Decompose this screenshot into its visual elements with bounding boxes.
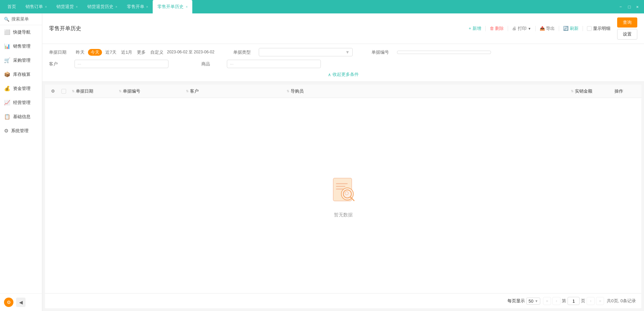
gear-button[interactable]: ⚙ bbox=[4, 298, 13, 307]
filter-area: 单据日期 昨天 今天 近7天 近1月 更多 自定义 2023-06-02 至 2… bbox=[42, 44, 644, 82]
last-page-button[interactable]: » bbox=[596, 297, 604, 305]
first-page-button[interactable]: « bbox=[543, 297, 551, 305]
divider bbox=[508, 26, 508, 31]
page-nav: « ‹ 第 页 › » bbox=[543, 297, 604, 305]
empty-illustration bbox=[327, 173, 360, 207]
col-header-customer[interactable]: ⇅ 客户 bbox=[183, 88, 284, 94]
close-icon[interactable]: × bbox=[115, 5, 117, 9]
customer-input[interactable]: ··· bbox=[75, 60, 168, 68]
col-header-amount[interactable]: ⇅ 实销金额 bbox=[568, 88, 612, 94]
tab-home[interactable]: 首页 bbox=[3, 0, 21, 13]
close-button[interactable]: × bbox=[636, 4, 639, 9]
col-header-salesperson[interactable]: ⇅ 导购员 bbox=[284, 88, 334, 94]
add-button[interactable]: + 新增 bbox=[468, 25, 481, 32]
show-detail-checkbox[interactable]: 显示明细 bbox=[587, 25, 610, 32]
next-page-button[interactable]: › bbox=[587, 297, 595, 305]
tab-sales-order[interactable]: 销售订单 × bbox=[21, 0, 52, 13]
sidebar-item-system[interactable]: ⚙ 系统管理 bbox=[0, 124, 42, 138]
type-label: 单据类型 bbox=[233, 49, 253, 55]
sidebar-item-purchase[interactable]: 🛒 采购管理 bbox=[0, 53, 42, 67]
sidebar-item-finance[interactable]: 💰 资金管理 bbox=[0, 82, 42, 96]
inventory-icon: 📦 bbox=[4, 71, 10, 77]
empty-text: 暂无数据 bbox=[334, 212, 353, 218]
per-page-label: 每页显示 bbox=[507, 298, 525, 304]
minimize-button[interactable]: － bbox=[618, 4, 623, 10]
sidebar-item-inventory[interactable]: 📦 库存核算 bbox=[0, 67, 42, 82]
shortcut-1month[interactable]: 近1月 bbox=[120, 49, 134, 56]
collapse-sidebar-button[interactable]: ◀ bbox=[16, 298, 26, 307]
svg-rect-2 bbox=[336, 186, 345, 187]
divider bbox=[583, 26, 583, 31]
customer-placeholder: ··· bbox=[78, 61, 81, 66]
goods-input[interactable]: ··· bbox=[227, 60, 321, 68]
close-icon[interactable]: × bbox=[186, 5, 188, 9]
sidebar-search[interactable]: 🔍 搜索菜单 bbox=[0, 13, 42, 25]
home-icon: ⬜ bbox=[4, 29, 10, 35]
col-header-date[interactable]: ⇅ 单据日期 bbox=[69, 88, 116, 94]
col-header-number[interactable]: ⇅ 单据编号 bbox=[116, 88, 183, 94]
sort-icon: ⇅ bbox=[186, 89, 189, 93]
shortcut-yesterday[interactable]: 昨天 bbox=[75, 49, 86, 56]
select-all-checkbox[interactable] bbox=[58, 89, 69, 94]
sidebar-bottom: ⚙ ◀ bbox=[0, 293, 42, 311]
table-area: ⚙ ⇅ 单据日期 ⇅ 单据编号 ⇅ 客户 ⇅ 导购员 bbox=[45, 85, 641, 308]
shortcut-today[interactable]: 今天 bbox=[88, 49, 102, 56]
chevron-up-icon: ∧ bbox=[328, 72, 331, 77]
tab-retail-order[interactable]: 零售开单 × bbox=[122, 0, 153, 13]
shortcut-custom[interactable]: 自定义 bbox=[149, 49, 165, 56]
refresh-button[interactable]: 🔄 刷新 bbox=[563, 25, 579, 32]
table-settings-button[interactable]: ⚙ bbox=[48, 89, 58, 94]
page-label: 第 bbox=[562, 298, 566, 304]
settings-button[interactable]: 设置 bbox=[617, 29, 637, 40]
page-size-selector: 每页显示 50 ▼ bbox=[507, 298, 540, 305]
top-bar: 首页 销售订单 × 销货退货 × 销货退货历史 × 零售开单 × 零售开单历史 … bbox=[0, 0, 644, 13]
main-layout: 🔍 搜索菜单 ⬜ 快捷导航 📊 销售管理 🛒 采购管理 📦 库存核算 💰 资金管… bbox=[0, 13, 644, 311]
tab-sales-return[interactable]: 销货退货 × bbox=[52, 0, 83, 13]
type-select[interactable]: ▼ bbox=[259, 48, 353, 56]
page-number-input[interactable] bbox=[567, 297, 580, 305]
collapse-filter-button[interactable]: ∧ 收起更多条件 bbox=[49, 71, 637, 77]
basicinfo-icon: 📋 bbox=[4, 114, 10, 120]
sidebar-item-quicknav[interactable]: ⬜ 快捷导航 bbox=[0, 25, 42, 39]
purchase-icon: 🛒 bbox=[4, 57, 10, 63]
shortcut-more[interactable]: 更多 bbox=[136, 49, 147, 56]
goods-placeholder: ··· bbox=[230, 61, 234, 66]
sort-icon: ⇅ bbox=[72, 89, 75, 93]
search-icon: 🔍 bbox=[4, 17, 9, 22]
shortcut-7days[interactable]: 近7天 bbox=[104, 49, 118, 56]
sort-icon: ⇅ bbox=[287, 89, 289, 93]
page-title: 零售开单历史 bbox=[49, 25, 81, 32]
number-input[interactable] bbox=[397, 51, 491, 54]
finance-icon: 💰 bbox=[4, 86, 10, 92]
pagination: 每页显示 50 ▼ « ‹ 第 页 › » 共0页, 0条记录 bbox=[45, 293, 641, 308]
sort-icon: ⇅ bbox=[119, 89, 121, 93]
checkbox-icon bbox=[587, 26, 592, 31]
total-text: 共0页, 0条记录 bbox=[607, 298, 636, 304]
print-button[interactable]: 🖨 打印 ▼ bbox=[512, 25, 531, 32]
sidebar-item-sales[interactable]: 📊 销售管理 bbox=[0, 39, 42, 53]
sidebar-item-basic-info[interactable]: 📋 基础信息 bbox=[0, 110, 42, 124]
table-header: ⚙ ⇅ 单据日期 ⇅ 单据编号 ⇅ 客户 ⇅ 导购员 bbox=[45, 85, 641, 98]
customer-label: 客户 bbox=[49, 61, 69, 67]
maximize-button[interactable]: □ bbox=[628, 4, 631, 9]
sidebar-item-management[interactable]: 📈 经营管理 bbox=[0, 96, 42, 110]
delete-button[interactable]: 🗑 删除 bbox=[490, 25, 504, 32]
page-header: 零售开单历史 + 新增 🗑 删除 🖨 打印 ▼ 📤 导出 bbox=[42, 13, 644, 44]
query-button[interactable]: 查询 bbox=[617, 17, 637, 28]
tab-retail-history[interactable]: 零售开单历史 × bbox=[153, 0, 192, 13]
tab-sales-return-history[interactable]: 销货退货历史 × bbox=[83, 0, 122, 13]
close-icon[interactable]: × bbox=[45, 5, 47, 9]
date-label: 单据日期 bbox=[49, 49, 69, 55]
close-icon[interactable]: × bbox=[146, 5, 148, 9]
close-icon[interactable]: × bbox=[76, 5, 78, 9]
sidebar: 🔍 搜索菜单 ⬜ 快捷导航 📊 销售管理 🛒 采购管理 📦 库存核算 💰 资金管… bbox=[0, 13, 42, 311]
dropdown-chevron-icon: ▼ bbox=[535, 299, 538, 303]
page-size-value: 50 bbox=[529, 299, 533, 304]
toolbar: + 新增 🗑 删除 🖨 打印 ▼ 📤 导出 🔄 刷新 bbox=[468, 17, 637, 40]
date-range-display: 2023-06-02 至 2023-06-02 bbox=[167, 49, 214, 55]
divider bbox=[535, 26, 536, 31]
prev-page-button[interactable]: ‹ bbox=[552, 297, 560, 305]
export-button[interactable]: 📤 导出 bbox=[540, 25, 555, 32]
dropdown-icon: ▼ bbox=[345, 50, 350, 55]
page-size-dropdown[interactable]: 50 ▼ bbox=[526, 298, 540, 305]
